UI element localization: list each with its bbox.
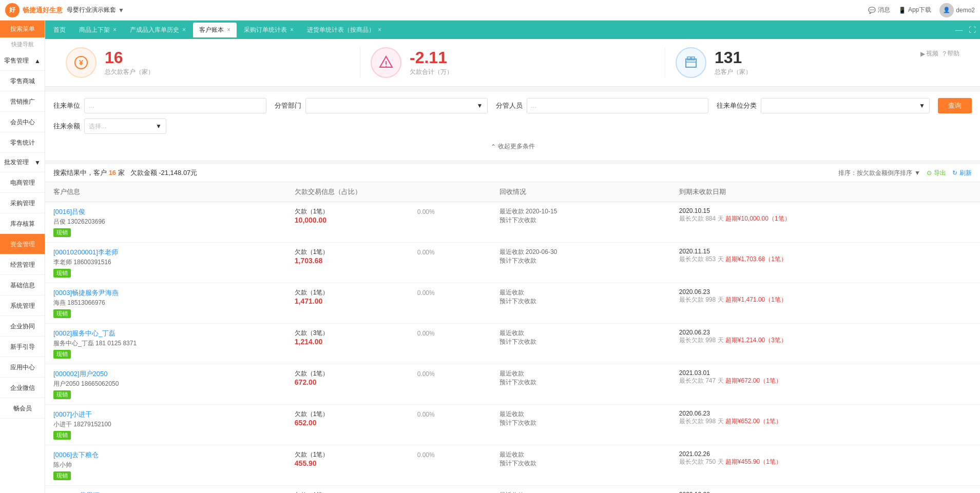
tab-stock-stats[interactable]: 进货单统计表（按商品） × — [301, 23, 388, 37]
export-button[interactable]: ⊙ 导出 — [927, 169, 946, 178]
debt-amount-2[interactable]: 1,471.00 — [295, 297, 401, 305]
customer-name-4[interactable]: [000002]用户2050 — [53, 369, 278, 379]
sidebar-item-system[interactable]: 系统管理 — [0, 295, 45, 316]
cell-recovery-1: 最近收款 2020-06-30 预计下次收款 — [491, 243, 671, 283]
sidebar-item-vip[interactable]: 畅会员 — [0, 398, 45, 419]
debt-amount-5[interactable]: 652.00 — [295, 419, 401, 427]
debt-amount-4[interactable]: 672.00 — [295, 378, 401, 386]
cell-due-2: 2020.06.23 最长欠款 998 天 超期¥1,471.00（1笔） — [671, 283, 980, 324]
sort-label: 排序：按欠款金额倒序排序 — [838, 169, 912, 178]
tab-products-label: 商品上下架 — [79, 26, 110, 34]
overdue-amount-2[interactable]: 超期¥1,471.00（1笔） — [725, 296, 787, 303]
tab-products[interactable]: 商品上下架 × — [73, 23, 123, 37]
sidebar-item-purchase[interactable]: 采购管理 — [0, 193, 45, 213]
supplier-input[interactable]: ... — [84, 98, 266, 113]
header-left: 好 畅捷通好生意 母婴行业演示账套 ▼ — [5, 3, 124, 17]
sidebar-item-wecom[interactable]: 企业微信 — [0, 378, 45, 398]
dept-select[interactable]: ▼ — [305, 98, 488, 113]
refresh-button[interactable]: ↻ 刷新 — [952, 169, 972, 178]
person-input[interactable]: ... — [527, 98, 709, 113]
retail-mgmt-label: 零售管理 — [4, 56, 29, 65]
col-recovery: 回收情况 — [491, 182, 671, 202]
overdue-amount-6[interactable]: 超期¥455.90（1笔） — [725, 458, 782, 465]
sidebar-item-retail-mgmt[interactable]: 零售管理 ▲ — [0, 51, 45, 71]
customer-name-0[interactable]: [0016]吕俊 — [53, 207, 278, 216]
recovery-next-3: 预计下次收款 — [499, 338, 663, 346]
due-date-2: 2020.06.23 — [679, 288, 972, 295]
customer-name-5[interactable]: [0007]小进干 — [53, 410, 278, 419]
due-days-5: 最长欠款 998 天 超期¥652.00（1笔） — [679, 417, 972, 426]
filter-row-2: 往来余额 选择... ▼ — [53, 119, 972, 134]
recovery-date-7: 最近收款 — [499, 491, 663, 493]
tab-stock-stats-close[interactable]: × — [378, 26, 381, 33]
cell-percent-5: 0.00% — [409, 405, 491, 445]
cell-percent-1: 0.00% — [409, 243, 491, 283]
sidebar-item-retail-mall[interactable]: 零售商城 — [0, 71, 45, 91]
help-btn[interactable]: ? 帮助 — [943, 49, 959, 58]
cell-recovery-5: 最近收款 预计下次收款 — [491, 405, 671, 445]
sidebar-item-inventory[interactable]: 库存核算 — [0, 213, 45, 234]
overdue-amount-4[interactable]: 超期¥672.00（1笔） — [725, 377, 782, 384]
tab-home[interactable]: 首页 — [47, 23, 72, 37]
recovery-date-4: 最近收款 — [499, 369, 663, 378]
debt-amount-6[interactable]: 455.90 — [295, 459, 401, 467]
balance-select[interactable]: 选择... ▼ — [84, 119, 166, 134]
tab-maximize-btn[interactable]: ⛶ — [967, 26, 978, 34]
tab-minimize-btn[interactable]: — — [953, 26, 965, 34]
debt-count-3: 欠款（3笔） — [295, 329, 401, 338]
overdue-amount-0[interactable]: 超期¥10,000.00（1笔） — [725, 215, 791, 222]
cell-due-4: 2021.03.01 最长欠款 747 天 超期¥672.00（1笔） — [671, 364, 980, 405]
tab-stock-history[interactable]: 产成品入库单历史 × — [124, 23, 192, 37]
tab-purchase-stats[interactable]: 采购订单统计表 × — [238, 23, 300, 37]
overdue-amount-1[interactable]: 超期¥1,703.68（1笔） — [725, 255, 787, 263]
company-select[interactable]: 母婴行业演示账套 ▼ — [67, 6, 124, 14]
sidebar-item-guide[interactable]: 新手引导 — [0, 337, 45, 357]
sidebar-item-ecommerce[interactable]: 电商管理 — [0, 172, 45, 193]
sidebar-item-basic-info[interactable]: 基础信息 — [0, 275, 45, 295]
customer-name-1[interactable]: [00010200001]李老师 — [53, 248, 278, 257]
sidebar-item-marketing[interactable]: 营销推广 — [0, 91, 45, 112]
overdue-amount-3[interactable]: 超期¥1,214.00（3笔） — [725, 337, 787, 344]
sidebar-item-enterprise[interactable]: 企业协同 — [0, 316, 45, 337]
user-profile[interactable]: 👤 demo2 — [939, 3, 975, 17]
tab-customer-account[interactable]: 客户账本 × — [193, 23, 237, 37]
debt-amount-1[interactable]: 1,703.68 — [295, 257, 401, 265]
sort-selector[interactable]: 排序：按欠款金额倒序排序 ▼ — [838, 169, 920, 178]
customer-name-2[interactable]: [0003]畅捷服务尹海燕 — [53, 288, 278, 298]
customer-tag-4: 现销 — [53, 390, 71, 399]
tab-products-close[interactable]: × — [113, 26, 117, 33]
card2-label: 欠款合计（万） — [410, 68, 453, 76]
customer-name-7[interactable]: [000001]黄思源 — [53, 491, 278, 493]
table-row: [000002]用户2050 用户2050 18665062050 现销 欠款（… — [45, 364, 980, 405]
search-button[interactable]: 查询 — [938, 98, 972, 113]
card1-value: 16 — [105, 49, 154, 66]
sidebar-item-batch-mgmt[interactable]: 批发管理 ▼ — [0, 153, 45, 172]
card-icon-total-debt — [371, 47, 401, 78]
debt-percent-5: 0.00% — [417, 411, 483, 418]
collapse-button[interactable]: ⌃ 收起更多条件 — [491, 142, 535, 151]
table-body: [0016]吕俊 吕俊 13026203696 现销 欠款（1笔） 10,000… — [45, 202, 980, 494]
cell-percent-6: 0.00% — [409, 445, 491, 486]
category-select[interactable]: ▼ — [761, 98, 930, 113]
sidebar-item-retail-stats[interactable]: 零售统计 — [0, 132, 45, 153]
overdue-amount-5[interactable]: 超期¥652.00（1笔） — [725, 418, 782, 425]
category-label: 往来单位分类 — [717, 101, 757, 110]
user-name: demo2 — [956, 7, 975, 14]
app-download-action[interactable]: 📱 App下载 — [898, 6, 931, 14]
message-action[interactable]: 💬 消息 — [868, 6, 890, 14]
tab-customer-account-close[interactable]: × — [227, 26, 230, 33]
sidebar-item-operation[interactable]: 经营管理 — [0, 254, 45, 275]
debt-amount-0[interactable]: 10,000.00 — [295, 216, 401, 224]
sidebar-item-apps[interactable]: 应用中心 — [0, 357, 45, 378]
view-label: 视频 — [926, 49, 938, 58]
sidebar-item-members[interactable]: 会员中心 — [0, 112, 45, 132]
tab-stock-history-close[interactable]: × — [182, 26, 186, 33]
sidebar-item-finance[interactable]: 资金管理 — [0, 234, 45, 254]
customer-phone-1: 李老师 18600391516 — [53, 258, 278, 267]
view-video-btn[interactable]: ▶ 视频 — [920, 49, 938, 58]
sidebar-search[interactable]: 搜索菜单 — [0, 21, 45, 37]
tab-purchase-stats-close[interactable]: × — [290, 26, 294, 33]
debt-amount-3[interactable]: 1,214.00 — [295, 338, 401, 346]
customer-name-3[interactable]: [0002]服务中心_丁磊 — [53, 329, 278, 338]
customer-name-6[interactable]: [0006]去下粮仓 — [53, 450, 278, 460]
